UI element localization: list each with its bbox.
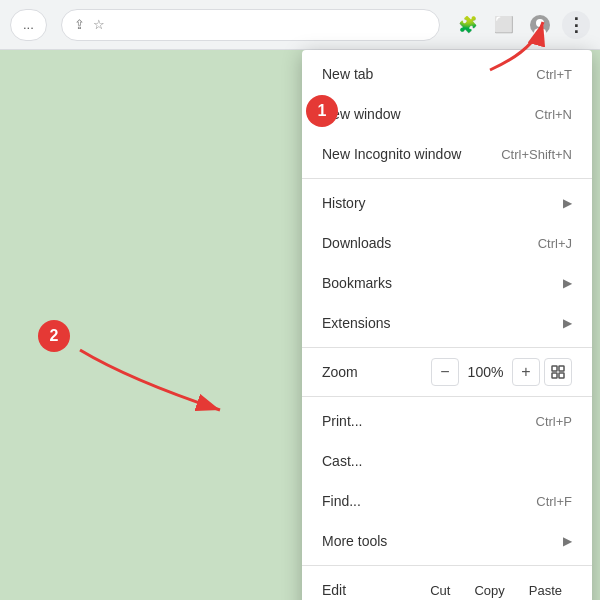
nav-controls: ... <box>10 9 47 41</box>
three-dots-menu-button[interactable]: ⋮ <box>562 11 590 39</box>
zoom-row: Zoom − 100% + <box>302 352 592 392</box>
zoom-controls: − 100% + <box>431 358 572 386</box>
menu-item-more-tools[interactable]: More tools ▶ <box>302 521 592 561</box>
zoom-value: 100% <box>463 364 508 380</box>
extensions-icon[interactable]: 🧩 <box>454 11 482 39</box>
menu-item-history[interactable]: History ▶ <box>302 183 592 223</box>
menu-item-find[interactable]: Find... Ctrl+F <box>302 481 592 521</box>
divider-2 <box>302 347 592 348</box>
menu-item-downloads[interactable]: Downloads Ctrl+J <box>302 223 592 263</box>
zoom-out-button[interactable]: − <box>431 358 459 386</box>
svg-point-1 <box>536 19 544 27</box>
svg-rect-5 <box>552 373 557 378</box>
menu-item-print[interactable]: Print... Ctrl+P <box>302 401 592 441</box>
bookmarks-arrow: ▶ <box>563 276 572 290</box>
svg-rect-4 <box>559 366 564 371</box>
menu-item-bookmarks[interactable]: Bookmarks ▶ <box>302 263 592 303</box>
chrome-menu: New tab Ctrl+T New window Ctrl+N New Inc… <box>302 50 592 600</box>
zoom-fullscreen-button[interactable] <box>544 358 572 386</box>
svg-rect-6 <box>559 373 564 378</box>
edit-actions: Cut Copy Paste <box>420 579 572 601</box>
paste-button[interactable]: Paste <box>519 579 572 601</box>
star-icon: ☆ <box>93 17 105 32</box>
divider-4 <box>302 565 592 566</box>
address-bar[interactable]: ... <box>10 9 47 41</box>
edit-row: Edit Cut Copy Paste <box>302 570 592 600</box>
history-arrow: ▶ <box>563 196 572 210</box>
url-bar[interactable]: ⇪ ☆ <box>61 9 440 41</box>
divider-1 <box>302 178 592 179</box>
menu-item-cast[interactable]: Cast... <box>302 441 592 481</box>
extensions-arrow: ▶ <box>563 316 572 330</box>
zoom-in-button[interactable]: + <box>512 358 540 386</box>
more-tools-arrow: ▶ <box>563 534 572 548</box>
menu-item-new-tab[interactable]: New tab Ctrl+T <box>302 54 592 94</box>
menu-item-new-window[interactable]: New window Ctrl+N <box>302 94 592 134</box>
share-icon: ⇪ <box>74 17 85 32</box>
step-badge-2: 2 <box>38 320 70 352</box>
step-badge-1: 1 <box>306 95 338 127</box>
toolbar-icons: 🧩 ⬜ ⋮ <box>454 11 590 39</box>
menu-item-incognito[interactable]: New Incognito window Ctrl+Shift+N <box>302 134 592 174</box>
split-view-icon[interactable]: ⬜ <box>490 11 518 39</box>
profile-icon[interactable] <box>526 11 554 39</box>
copy-button[interactable]: Copy <box>464 579 514 601</box>
divider-3 <box>302 396 592 397</box>
address-text: ... <box>23 17 34 32</box>
svg-rect-3 <box>552 366 557 371</box>
menu-item-extensions[interactable]: Extensions ▶ <box>302 303 592 343</box>
browser-toolbar: ... ⇪ ☆ 🧩 ⬜ ⋮ <box>0 0 600 50</box>
cut-button[interactable]: Cut <box>420 579 460 601</box>
